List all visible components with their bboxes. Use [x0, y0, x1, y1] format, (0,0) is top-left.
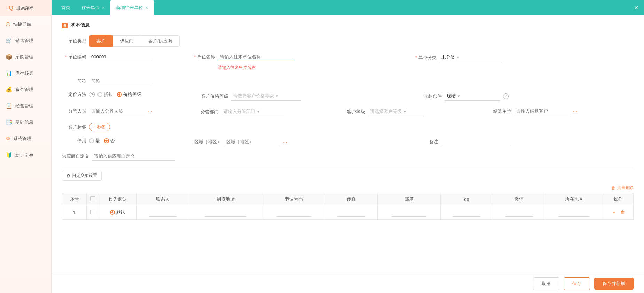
- add-tag-button[interactable]: + 标签: [89, 123, 110, 131]
- cell-address-input[interactable]: [205, 208, 246, 217]
- sidebar-item-sales[interactable]: 🛒 销售管理: [0, 32, 51, 49]
- col-address: 到货地址: [189, 193, 262, 205]
- customer-level-label: 客户等级: [341, 109, 365, 115]
- system-icon: ⚙: [6, 135, 10, 142]
- remark-input[interactable]: [441, 138, 511, 146]
- search-menu-icon: ≡Q: [6, 5, 13, 11]
- sidebar-item-search-label: 搜索菜单: [16, 5, 34, 11]
- unit-category-label: 单位分类: [412, 55, 437, 61]
- department-group: 分管部门 请输入分管部门 ▾: [194, 107, 334, 116]
- pricing-method-price-level-radio[interactable]: [117, 92, 122, 97]
- col-contact: 联系人: [137, 193, 189, 205]
- sidebar-item-basic-info[interactable]: 📑 基础信息: [0, 114, 51, 130]
- pricing-row: 定价方法 ? 折扣 价格等级 客户价格等级 请选择客户价格等级: [62, 91, 634, 101]
- customer-price-level-select[interactable]: 请选择客户价格等级 ▾: [231, 91, 301, 101]
- disable-yes[interactable]: 是: [89, 138, 100, 144]
- col-action: 操作: [603, 193, 634, 205]
- custom-settings-label: 自定义项设置: [72, 173, 97, 179]
- customer-level-chevron-icon: ▾: [404, 109, 406, 114]
- sidebar-item-quicknav[interactable]: ⬡ 快捷导航: [0, 16, 51, 32]
- bottom-action-bar: 取消 保存 保存并新增: [52, 274, 644, 293]
- unit-type-group-container: 单位类型 客户 供应商 客户/供应商: [62, 35, 627, 47]
- sidebar-item-operations-label: 经营管理: [15, 103, 33, 109]
- disable-label: 停用: [62, 138, 86, 144]
- custom-settings-button[interactable]: ⚙ 自定义项设置: [62, 171, 102, 181]
- unit-type-supplier-btn[interactable]: 供应商: [113, 35, 141, 47]
- region-input[interactable]: [224, 138, 280, 146]
- sidebar-item-search[interactable]: ≡Q 搜索菜单: [0, 0, 51, 16]
- row-checkbox[interactable]: [90, 210, 95, 214]
- save-button[interactable]: 保存: [564, 277, 590, 290]
- row-default-radio-item[interactable]: 默认: [102, 209, 133, 215]
- unit-code-input[interactable]: [89, 53, 152, 61]
- row-add-icon[interactable]: ＋: [612, 210, 616, 215]
- cell-action: ＋ 🗑: [603, 205, 634, 220]
- pricing-method-price-level[interactable]: 价格等级: [117, 91, 141, 98]
- cell-email: [378, 205, 440, 220]
- payment-terms-help-icon[interactable]: ?: [503, 93, 509, 99]
- cell-phone-input[interactable]: [276, 208, 311, 217]
- unit-type-row: 单位类型 客户 供应商 客户/供应商: [62, 35, 634, 47]
- unit-code-name-row: 单位编码 单位名称 请输入往来单位名称 单位分类 未分类 ▾: [62, 53, 634, 71]
- unit-type-customer-btn[interactable]: 客户: [89, 35, 113, 47]
- sidebar-item-guide-label: 新手引导: [15, 152, 33, 158]
- pricing-method-help-icon[interactable]: ?: [89, 92, 95, 97]
- quicknav-icon: ⬡: [6, 21, 10, 27]
- manager-more-icon[interactable]: ···: [148, 108, 153, 114]
- tab-counterparty-close[interactable]: ✕: [102, 6, 105, 10]
- cell-region-input[interactable]: [558, 208, 590, 217]
- sidebar-item-system[interactable]: ⚙ 系统管理: [0, 130, 51, 147]
- sidebar-item-inventory-label: 库存核算: [15, 70, 33, 76]
- settlement-input[interactable]: [514, 107, 570, 115]
- row-delete-icon[interactable]: 🗑: [620, 210, 625, 215]
- unit-category-chevron-icon: ▾: [457, 55, 459, 60]
- customer-level-select[interactable]: 请选择客户等级 ▾: [368, 107, 424, 116]
- sidebar-item-inventory[interactable]: 📊 库存核算: [0, 65, 51, 81]
- supplier-custom-input[interactable]: [92, 152, 175, 161]
- settlement-group: 结算单位 ···: [487, 107, 627, 115]
- sidebar-item-finance[interactable]: 💰 资金管理: [0, 81, 51, 98]
- cell-email-input[interactable]: [392, 208, 426, 217]
- unit-category-select[interactable]: 未分类 ▾: [439, 53, 502, 62]
- tab-new-counterparty[interactable]: 新增往来单位 ✕: [110, 0, 154, 15]
- settlement-more-icon[interactable]: ···: [573, 108, 578, 114]
- tab-counterparty[interactable]: 往来单位 ✕: [76, 0, 110, 15]
- cell-contact-input[interactable]: [149, 208, 177, 217]
- department-select[interactable]: 请输入分管部门 ▾: [221, 107, 284, 116]
- pricing-method-discount-radio[interactable]: [97, 92, 102, 97]
- short-name-input[interactable]: [89, 77, 152, 85]
- region-group: 区域（地区） ···: [194, 138, 407, 146]
- cancel-button[interactable]: 取消: [533, 277, 559, 290]
- disable-no[interactable]: 否: [104, 138, 115, 144]
- tab-counterparty-label: 往来单位: [81, 5, 100, 11]
- short-name-group: 简称: [62, 77, 184, 85]
- supplier-custom-label: 供应商自定义: [62, 153, 89, 160]
- tab-home[interactable]: 首页: [56, 0, 76, 15]
- header-checkbox[interactable]: [90, 196, 95, 201]
- sidebar-item-purchase[interactable]: 📦 采购管理: [0, 49, 51, 65]
- batch-delete-button[interactable]: 🗑 批量删除: [611, 185, 634, 191]
- sidebar-item-guide[interactable]: 🔰 新手引导: [0, 147, 51, 163]
- payment-terms-select[interactable]: 现结 ▾: [445, 91, 500, 101]
- region-more-icon[interactable]: ···: [283, 139, 288, 145]
- tab-new-counterparty-close[interactable]: ✕: [145, 6, 148, 10]
- disable-yes-radio[interactable]: [89, 138, 94, 143]
- customer-tag-group: 客户标签 + 标签: [62, 123, 627, 131]
- col-wechat: 微信: [493, 193, 545, 205]
- cell-qq-input[interactable]: [453, 208, 480, 217]
- cell-wechat-input[interactable]: [505, 208, 533, 217]
- pricing-method-discount[interactable]: 折扣: [97, 91, 113, 98]
- close-all-tabs-button[interactable]: ✕: [633, 3, 640, 13]
- disable-no-radio[interactable]: [104, 138, 109, 143]
- unit-name-input[interactable]: [218, 53, 294, 61]
- cell-fax-input[interactable]: [337, 208, 365, 217]
- section-basic-info-title: 基本信息: [70, 22, 90, 29]
- manager-input[interactable]: [89, 107, 145, 115]
- manager-group: 分管人员 ···: [62, 107, 187, 115]
- sidebar-item-quicknav-label: 快捷导航: [13, 21, 31, 27]
- row-default-radio[interactable]: [110, 210, 115, 215]
- sidebar-item-operations[interactable]: 📋 经营管理: [0, 98, 51, 114]
- save-and-new-button[interactable]: 保存并新增: [594, 278, 634, 290]
- sidebar-item-sales-label: 销售管理: [15, 38, 33, 44]
- unit-type-both-btn[interactable]: 客户/供应商: [141, 35, 180, 47]
